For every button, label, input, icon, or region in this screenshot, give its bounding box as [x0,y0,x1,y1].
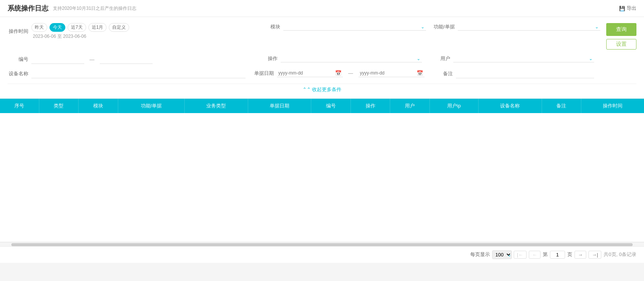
single-date-filter: 单据日期 📅 — 📅 [253,69,425,77]
prev-page-button[interactable]: ← [529,251,541,259]
number-input-from[interactable] [31,55,84,64]
col-note: 备注 [542,99,581,113]
col-user-ip: 用户ip [429,99,478,113]
page-label: 第 [543,251,548,258]
module-label: 模块 [259,23,280,30]
module-filter: 模块 ⌄ [259,23,426,31]
function-label: 功能/单据 [434,23,455,30]
operation-label: 操作 [257,55,278,62]
col-device: 设备名称 [478,99,542,113]
date-to-wrap[interactable]: 📅 [358,69,425,77]
collapse-label: 收起更多条件 [312,87,341,92]
date-from-wrap[interactable]: 📅 [277,69,343,77]
date-range-text: 2023-06-06 至 2023-06-06 [33,34,86,39]
function-filter: 功能/单据 ⌄ [434,23,600,31]
table-header-row: 序号 类型 模块 功能/单据 业务类型 单据日期 编号 操作 用户 用户ip 设… [0,99,644,113]
number-filter: 编号 — [8,55,249,64]
scroll-track[interactable] [0,242,644,247]
page-suffix: 页 [567,251,572,258]
single-date-label: 单据日期 [253,70,274,77]
collapse-icon: ⌃⌃ [303,87,311,92]
user-label: 用户 [429,55,450,62]
time-option-group: 昨天 今天 近7天 近1月 自定义 [31,23,129,32]
number-dash: — [87,57,97,62]
table-header: 序号 类型 模块 功能/单据 业务类型 单据日期 编号 操作 用户 用户ip 设… [0,99,644,113]
operation-select[interactable] [282,56,415,61]
page-subtitle: 支持2020年10月31日之后产生的操作日志 [53,5,136,12]
device-filter: 设备名称 [8,69,246,78]
module-chevron-icon: ⌄ [421,24,425,29]
col-biz-type: 业务类型 [185,99,248,113]
scroll-thumb[interactable] [11,243,633,246]
query-button[interactable]: 查询 [606,23,636,36]
time-btn-1month[interactable]: 近1月 [88,23,107,32]
user-chevron-icon: ⌄ [589,56,593,61]
col-op-time: 操作时间 [581,99,644,113]
device-input[interactable] [31,69,246,78]
col-single-date: 单据日期 [248,99,311,113]
user-filter: 用户 ⌄ [429,55,594,62]
last-page-button[interactable]: →| [588,251,601,259]
single-date-dash: — [346,70,355,76]
operation-chevron-icon: ⌄ [417,56,420,61]
user-select[interactable] [455,56,587,61]
col-operation: 操作 [351,99,390,113]
first-page-button[interactable]: |← [514,251,527,259]
filter-row-1: 操作时间 昨天 今天 近7天 近1月 自定义 2023-06-06 至 2023… [8,23,636,50]
date-to-input[interactable] [360,70,417,76]
function-select[interactable] [459,24,593,29]
filter-row-3: 设备名称 单据日期 📅 — 📅 备注 [8,69,636,78]
col-number: 编号 [311,99,351,113]
time-btn-7days[interactable]: 近7天 [68,23,86,32]
page-input[interactable] [550,251,565,259]
date-from-input[interactable] [278,70,335,76]
time-btn-today[interactable]: 今天 [49,23,65,32]
number-input-to[interactable] [100,55,153,64]
time-btn-custom[interactable]: 自定义 [109,23,129,32]
col-user: 用户 [390,99,429,113]
pagination-area: 每页显示 100 50 20 ⌄ |← ← 第 页 → →| 共0页, 0条记录 [0,247,644,263]
function-chevron-icon: ⌄ [595,24,599,29]
device-label: 设备名称 [8,70,28,77]
page-size-select[interactable]: 100 50 20 [492,250,512,259]
operation-time-filter: 操作时间 昨天 今天 近7天 近1月 自定义 2023-06-06 至 2023… [8,23,252,40]
operation-filter: 操作 ⌄ [257,55,422,62]
filter-area: 操作时间 昨天 今天 近7天 近1月 自定义 2023-06-06 至 2023… [0,17,644,99]
note-filter: 备注 [432,69,594,78]
operation-select-wrap[interactable]: ⌄ [281,55,422,62]
collapse-bar[interactable]: ⌃⌃ 收起更多条件 [8,84,636,95]
operation-time-label: 操作时间 [8,28,28,35]
empty-row [0,113,644,242]
header-left: 系统操作日志 支持2020年10月31日之后产生的操作日志 [8,4,136,13]
next-page-button[interactable]: → [575,251,586,259]
note-input[interactable] [456,69,594,78]
function-select-wrap[interactable]: ⌄ [458,23,600,31]
calendar-from-icon[interactable]: 📅 [335,70,341,76]
filter-row-2: 编号 — 操作 ⌄ 用户 ⌄ [8,55,636,64]
table-body [0,113,644,242]
col-seq: 序号 [0,99,39,113]
action-buttons: 查询 设置 [606,23,636,50]
number-label: 编号 [8,56,28,63]
settings-button[interactable]: 设置 [606,39,636,50]
page-size-label: 每页显示 [470,251,490,258]
page-header: 系统操作日志 支持2020年10月31日之后产生的操作日志 💾 导出 [0,0,644,17]
note-label: 备注 [432,70,453,77]
col-function: 功能/单据 [118,99,184,113]
module-select[interactable] [285,24,419,29]
time-btn-yesterday[interactable]: 昨天 [31,23,47,32]
export-icon: 💾 [619,6,625,11]
col-type: 类型 [39,99,78,113]
data-table: 序号 类型 模块 功能/单据 业务类型 单据日期 编号 操作 用户 用户ip 设… [0,99,644,242]
col-module: 模块 [79,99,118,113]
export-button[interactable]: 💾 导出 [619,5,636,12]
user-select-wrap[interactable]: ⌄ [453,55,594,62]
module-select-wrap[interactable]: ⌄ [283,23,426,31]
total-text: 共0页, 0条记录 [604,251,636,258]
calendar-to-icon[interactable]: 📅 [417,70,423,76]
empty-cell [0,113,644,242]
page-title: 系统操作日志 [8,4,48,13]
time-options: 昨天 今天 近7天 近1月 自定义 2023-06-06 至 2023-06-0… [31,23,129,40]
export-label: 导出 [627,5,636,12]
table-area: 序号 类型 模块 功能/单据 业务类型 单据日期 编号 操作 用户 用户ip 设… [0,99,644,242]
